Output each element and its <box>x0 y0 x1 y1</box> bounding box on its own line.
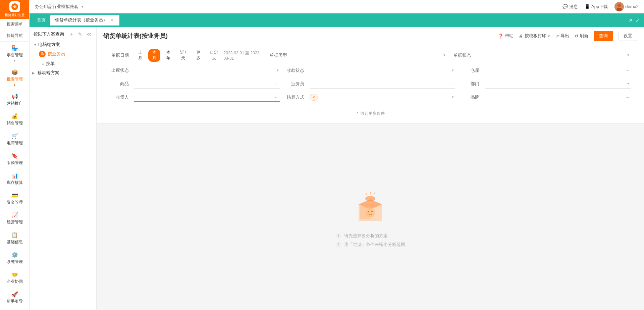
sidebar-quick-nav[interactable]: 快捷导航 <box>0 30 29 42</box>
sidebar-item-sales[interactable]: 💰 销售管理 <box>0 110 29 130</box>
export-label: 导出 <box>560 33 569 39</box>
query-button[interactable]: 查询 <box>594 31 613 41</box>
payment-tag-close[interactable]: × <box>313 95 315 100</box>
empty-hint-1-text: 请先选择要分析的方案 <box>344 233 388 239</box>
sidebar-item-newbie[interactable]: 🚀 新手引导 <box>0 288 29 308</box>
date-last7-btn[interactable]: 近7天 <box>176 49 190 62</box>
svg-line-10 <box>374 192 375 195</box>
doc-status-filter[interactable]: ▾ <box>476 51 631 60</box>
edit-scheme-btn[interactable]: ✎ <box>77 31 84 38</box>
date-this-month-btn[interactable]: 本月 <box>148 49 160 62</box>
page-actions: ❓ 帮助 🖨 按模板打印 ▾ ↗ 导出 ↺ <box>498 31 637 41</box>
sidebar-item-operation[interactable]: 📈 经营管理 <box>0 209 29 228</box>
collapse-icon: ⌃ <box>356 111 359 116</box>
department-label: 部门 <box>461 81 479 87</box>
sidebar-item-marketing-label: 营销推广 <box>7 101 23 106</box>
export-btn[interactable]: ↗ 导出 <box>555 33 569 39</box>
receipt-status-filter[interactable]: ▾ <box>310 66 455 75</box>
basic-icon: 📋 <box>11 232 18 238</box>
finance-icon: 💳 <box>11 192 18 199</box>
salesperson-filter[interactable]: ··· <box>310 79 455 89</box>
sidebar-item-retail[interactable]: 🏪 零售管理 ▼ <box>0 42 29 66</box>
tab-sales-stat[interactable]: 销货单统计表（按业务员） × <box>50 15 119 25</box>
page-header: 销货单统计表(按业务员) ❓ 帮助 🖨 按模板打印 ▾ ↗ <box>97 27 644 123</box>
tab-maximize-icon[interactable]: ⤢ <box>636 17 640 23</box>
doc-type-filter[interactable]: ▾ <box>292 51 447 60</box>
scheme-order[interactable]: ≡ 按单 <box>32 59 94 68</box>
out-status-filter[interactable]: ▾ <box>134 66 280 75</box>
template-print-btn[interactable]: 🖨 按模板打印 ▾ <box>519 33 550 39</box>
brand-filter[interactable]: ··· <box>485 93 631 102</box>
sidebar-item-basic[interactable]: 📋 基础信息 <box>0 228 29 248</box>
sidebar-item-ecommerce[interactable]: 🛒 电商管理 <box>0 130 29 149</box>
sidebar-item-wholesale[interactable]: 📦 批发管理 ▲ <box>0 66 29 90</box>
help-btn[interactable]: ❓ 帮助 <box>498 33 514 39</box>
svg-point-7 <box>365 196 375 201</box>
date-this-year-btn[interactable]: 本年 <box>162 49 174 62</box>
scheme-salesperson[interactable]: 员 按业务员 <box>32 49 94 59</box>
payment-method-filter[interactable]: × ▾ <box>310 93 455 102</box>
mobile-scheme-header[interactable]: ▶ 移动端方案 <box>30 68 96 77</box>
collapse-btn[interactable]: ⌃ 收起更多条件 <box>353 108 387 119</box>
receiver-filter[interactable]: ··· <box>134 93 280 102</box>
page-title: 销货单统计表(按业务员) <box>103 32 168 40</box>
desktop-scheme-label: 电脑端方案 <box>38 42 92 48</box>
warehouse-filter[interactable]: ··· <box>485 66 631 75</box>
sidebar-item-finance[interactable]: 💳 资金管理 <box>0 189 29 209</box>
collapse-panel-btn[interactable]: ≪ <box>86 31 92 38</box>
filter-row-1: 单据日期 上月 本月 本年 近7天 更多 自定义 2023-03-01 至 20… <box>110 49 631 62</box>
add-scheme-btn[interactable]: ＋ <box>68 31 75 38</box>
filter-row-4: 收货人 ··· 结算方式 × ▾ 品牌 · <box>110 93 631 102</box>
salesperson-dots: ··· <box>450 81 454 86</box>
date-filter: 上月 本月 本年 近7天 更多 自定义 2023-03-01 至 2023-03… <box>134 49 263 62</box>
salesperson-label: 业务员 <box>285 81 304 87</box>
settings-button[interactable]: 设置 <box>619 31 637 41</box>
system-icon: ⚙️ <box>11 252 18 258</box>
sidebar-item-enterprise[interactable]: 🤝 企业协同 <box>0 268 29 288</box>
help-label: 帮助 <box>505 33 514 39</box>
filter-row-2: 出库状态 ▾ 收款状态 ▾ 仓库 ··· <box>110 66 631 75</box>
collapse-label: 收起更多条件 <box>361 111 385 116</box>
filter-row-3: 商品 ··· 业务员 ··· 部门 ▾ <box>110 79 631 89</box>
svg-point-2 <box>618 4 621 7</box>
user-info[interactable]: demo2 <box>614 2 639 11</box>
topbar-right: 💬 消息 📱 App下载 demo2 <box>562 2 639 11</box>
sidebar-item-purchase[interactable]: 🔖 采购管理 <box>0 149 29 169</box>
tab-home[interactable]: 首页 <box>32 15 50 25</box>
empty-text: 1 请先选择要分析的方案 2 用「过滤」条件来缩小分析范围 <box>335 233 405 248</box>
operation-icon: 📈 <box>11 212 18 218</box>
date-more-btn[interactable]: 更多 <box>192 49 204 62</box>
inventory-icon: 📊 <box>11 172 18 179</box>
refresh-btn[interactable]: ↺ 刷新 <box>575 33 588 39</box>
sidebar-search[interactable]: 搜索菜单 <box>0 19 29 30</box>
scheme-salesperson-icon: 员 <box>39 51 46 57</box>
svg-point-12 <box>368 211 369 212</box>
message-btn[interactable]: 💬 消息 <box>562 4 578 10</box>
sidebar-item-appstore[interactable]: 🔲 应用中心 <box>0 308 29 310</box>
sidebar-item-marketing[interactable]: 📢 营销推广 <box>0 90 29 110</box>
sidebar-logo-text: 畅捷通好生意 <box>5 13 25 17</box>
date-last-month-btn[interactable]: 上月 <box>134 49 146 62</box>
desktop-scheme-header[interactable]: ▼ 电脑端方案 <box>32 40 94 49</box>
breadcrumb-dropdown[interactable]: ▾ <box>81 4 84 9</box>
app-download-btn[interactable]: 📱 App下载 <box>585 4 608 10</box>
empty-illustration <box>350 186 390 226</box>
tab-close-btn[interactable]: × <box>109 17 115 23</box>
sidebar-item-inventory-label: 库存核算 <box>7 180 23 186</box>
refresh-label: 刷新 <box>580 33 588 39</box>
sidebar-item-retail-label: 零售管理 <box>7 52 23 58</box>
department-filter[interactable]: ▾ <box>485 79 631 89</box>
avatar <box>614 2 624 11</box>
goods-filter[interactable]: ··· <box>134 79 280 89</box>
goods-dots: ··· <box>275 81 279 86</box>
sidebar-item-ecommerce-label: 电商管理 <box>7 140 23 146</box>
tab-close-all-icon[interactable]: ✕ <box>629 17 633 23</box>
date-custom-btn[interactable]: 自定义 <box>206 49 222 62</box>
date-range: 2023-03-01 至 2023-03-31 <box>224 50 263 61</box>
svg-point-3 <box>616 8 622 11</box>
sidebar-item-system[interactable]: ⚙️ 系统管理 <box>0 248 29 268</box>
date-label: 单据日期 <box>110 52 129 58</box>
doc-type-arrow: ▾ <box>443 53 445 57</box>
mobile-scheme-label: 移动端方案 <box>38 70 59 76</box>
sidebar-item-inventory[interactable]: 📊 库存核算 <box>0 169 29 189</box>
